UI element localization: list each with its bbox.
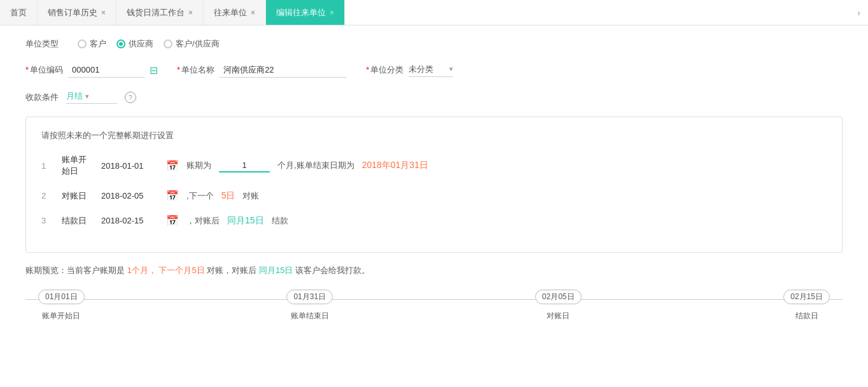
radio-circle-supplier [116,39,125,48]
period-end-date: 2018年01月31日 [362,160,428,171]
row-num-3: 3 [41,216,54,225]
period-input[interactable] [219,159,270,172]
preview-part1: 1个月， [127,265,157,275]
required-star2: * [177,65,180,74]
tab-cash-ledger[interactable]: 钱货日清工作台 × [116,0,204,25]
radio-supplier-label: 供应商 [129,38,153,50]
row-date-3: 2018-02-15 [101,216,158,225]
unit-type-radio-group: 客户 供应商 客户/供应商 [78,38,220,50]
chevron-down-icon: ▾ [449,65,453,73]
setting-row-3: 3 结款日 2018-02-15 📅 ，对账后 同月15日 结款 [41,215,827,227]
tab-expand-button[interactable]: › [850,0,868,25]
row-num-2: 2 [41,191,54,201]
timeline-label-1: 账单开始日 [42,311,80,321]
calendar-icon-3[interactable]: 📅 [166,215,179,227]
help-icon[interactable]: ? [125,92,136,103]
box-title: 请按照未来的一个完整帐期进行设置 [41,130,827,141]
period-unit-1: 个月,账单结束日期为 [277,160,354,171]
main-content: 单位类型 客户 供应商 客户/供应商 *单位编码 ⊟ [0,25,868,387]
row-desc-2c: 对账 [242,190,259,202]
preview-part3: 对账，对账后 [207,265,256,275]
timeline-badge-1: 01月01日 [38,290,85,304]
timeline-label-3: 对账日 [547,311,570,321]
timeline-node-1: 01月01日 账单开始日 [38,293,85,321]
unit-code-label: *单位编码 [25,64,63,76]
row-type-3: 结款日 [62,215,94,227]
payment-condition-value: 月结 [66,90,83,102]
timeline-nodes: 01月01日 账单开始日 01月31日 账单结束日 02月05日 对账日 02月… [38,293,830,321]
timeline-label-4: 结款日 [795,311,818,321]
unit-type-label: 单位类型 [25,38,59,50]
tab-cash-ledger-label: 钱货日清工作台 [127,7,185,18]
payment-condition-select[interactable]: 月结 ▾ [66,90,117,104]
row-date-2: 2018-02-05 [101,191,158,201]
calendar-icon-1[interactable]: 📅 [166,160,179,172]
unit-info-row: *单位编码 ⊟ *单位名称 *单位分类 未分类 ▾ [25,62,843,78]
timeline-node-4: 02月15日 结款日 [783,293,830,321]
chevron-right-icon: › [857,8,860,18]
close-icon[interactable]: × [101,8,106,17]
copy-icon[interactable]: ⊟ [150,64,158,76]
unit-category-value: 未分类 [409,64,447,75]
unit-name-input[interactable] [220,62,347,78]
tab-home-label: 首页 [10,7,27,18]
radio-customer-label: 客户 [90,38,106,50]
tab-home[interactable]: 首页 [0,0,38,25]
tab-partner-unit[interactable]: 往来单位 × [204,0,266,25]
preview-part4: 同月15日 [259,265,293,275]
row-desc-3b: 同月15日 [227,215,264,227]
setting-row-1: 1 账单开始日 2018-01-01 📅 账期为 个月,账单结束日期为 2018… [41,154,827,177]
tab-edit-partner-label: 编辑往来单位 [276,7,326,18]
row-type-1: 账单开始日 [62,154,94,177]
row-desc-2b: 5日 [221,190,235,202]
unit-category-label: *单位分类 [366,64,403,76]
unit-code-field: *单位编码 ⊟ [25,62,158,78]
payment-condition-row: 收款条件 月结 ▾ ? [25,90,843,104]
radio-customer[interactable]: 客户 [78,38,106,50]
radio-circle-customer [78,39,87,48]
row-desc-3a: ，对账后 [186,215,220,227]
timeline-label-2: 账单结束日 [291,311,329,321]
unit-category-select[interactable]: 未分类 ▾ [409,64,453,77]
preview-label: 账期预览：当前客户账期是 [25,265,125,275]
payment-condition-label: 收款条件 [25,92,59,103]
tab-sales-history[interactable]: 销售订单历史 × [38,0,116,25]
required-star3: * [366,65,369,74]
tab-sales-history-label: 销售订单历史 [48,7,97,18]
row-type-2: 对账日 [62,190,94,202]
timeline-node-3: 02月05日 对账日 [535,293,582,321]
timeline-badge-3: 02月05日 [535,290,582,304]
row-desc-2a: ,下一个 [186,190,214,202]
radio-both[interactable]: 客户/供应商 [164,38,220,50]
tab-bar: 首页 销售订单历史 × 钱货日清工作台 × 往来单位 × 编辑往来单位 × › [0,0,868,25]
timeline-badge-2: 01月31日 [286,290,333,304]
setting-row-2: 2 对账日 2018-02-05 📅 ,下一个 5日 对账 [41,190,827,202]
unit-name-field: *单位名称 [177,62,347,78]
unit-name-label: *单位名称 [177,64,214,76]
row-date-1: 2018-01-01 [101,161,158,171]
close-icon[interactable]: × [188,8,193,17]
timeline-badge-4: 02月15日 [783,290,830,304]
radio-supplier[interactable]: 供应商 [116,38,153,50]
required-star: * [25,65,29,74]
chevron-down-icon2: ▾ [85,92,89,101]
period-setting-box: 请按照未来的一个完整帐期进行设置 1 账单开始日 2018-01-01 📅 账期… [25,116,843,253]
close-icon[interactable]: × [251,8,255,17]
radio-circle-both [164,39,172,48]
unit-category-field: *单位分类 未分类 ▾ [366,64,453,77]
tab-partner-unit-label: 往来单位 [214,7,247,18]
preview-section: 账期预览：当前客户账期是 1个月， 下一个月5日 对账，对账后 同月15日 该客… [25,263,843,278]
close-icon[interactable]: × [330,8,334,17]
calendar-icon-2[interactable]: 📅 [166,190,179,202]
timeline-wrapper: 01月01日 账单开始日 01月31日 账单结束日 02月05日 对账日 02月… [25,293,843,321]
row-num-1: 1 [41,161,54,171]
unit-code-input[interactable] [68,62,144,78]
preview-part2: 下一个月5日 [158,265,204,275]
row-desc-3c: 结款 [272,215,288,227]
radio-both-label: 客户/供应商 [176,38,220,50]
unit-type-row: 单位类型 客户 供应商 客户/供应商 [25,38,843,50]
tab-edit-partner[interactable]: 编辑往来单位 × [266,0,345,25]
row-suffix-1: 账期为 [186,160,211,171]
preview-part5: 该客户会给我打款。 [295,265,370,275]
timeline-node-2: 01月31日 账单结束日 [286,293,333,321]
